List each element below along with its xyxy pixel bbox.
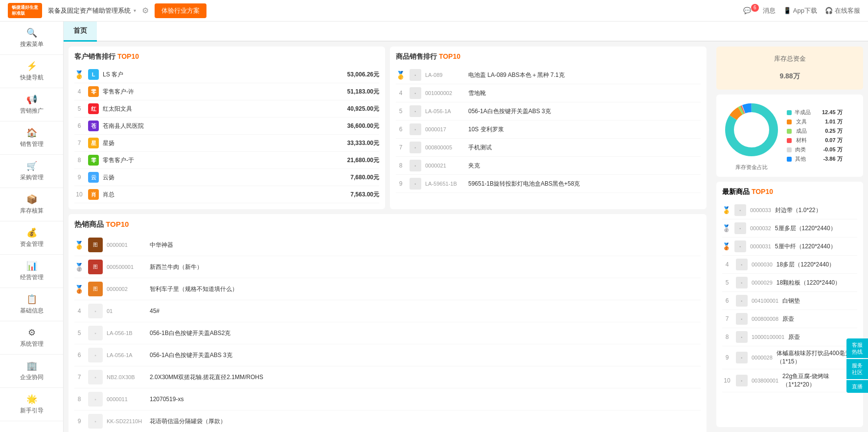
inventory-icon: 📦 xyxy=(26,194,37,205)
rank-amount: 33,333.00元 xyxy=(347,139,379,147)
system-name: 装备及固定资产辅助管理系统 xyxy=(48,6,131,15)
sidebar-item-finance[interactable]: 💰 资金管理 xyxy=(0,221,63,255)
newest-products-list: 🥇 ▪ 0000033 封边带（1.0*22） 🥈 ▪ 0000032 5厘多层… xyxy=(722,201,857,392)
guide-icon: 🌟 xyxy=(26,394,37,405)
product-img: ▪ xyxy=(736,259,748,270)
sidebar-item-quick-nav[interactable]: ⚡ 快捷导航 xyxy=(0,55,63,88)
rank-name: LS 客户 xyxy=(103,71,343,79)
list-item: 5 ▪ LA-056-1B 056-1B白色按键开关盖ABS2克 xyxy=(74,322,701,344)
operations-icon: 📊 xyxy=(26,261,37,271)
online-service-button[interactable]: 🎧 在线客服 xyxy=(825,6,860,15)
table-row: 8 零 零售客户-于 21,680.00元 xyxy=(74,152,379,169)
product-img: ▪ xyxy=(736,331,748,343)
sidebar-item-base-info[interactable]: 📋 基础信息 xyxy=(0,288,63,321)
table-row: 4 零 零售客户-许 51,183.00元 xyxy=(74,83,379,100)
rankings-row: 客户销售排行 TOP10 🥇 L LS 客户 53,006.26元 xyxy=(69,47,707,209)
phone-icon: 📱 xyxy=(783,7,791,14)
sidebar-item-enterprise[interactable]: 🏢 企业协同 xyxy=(0,355,63,388)
float-customer-service[interactable]: 客服热线 xyxy=(846,338,868,359)
sidebar-item-purchase[interactable]: 🛒 采购管理 xyxy=(0,155,63,188)
rank-name: 红太阳文具 xyxy=(103,105,343,113)
medal-silver-icon: 🥈 xyxy=(722,224,731,232)
search-icon: 🔍 xyxy=(26,27,37,38)
float-service: 客服热线 服务社区 直播 xyxy=(846,338,868,393)
product-img: ▪ xyxy=(734,222,746,234)
float-live[interactable]: 直播 xyxy=(846,380,868,393)
rank-amount: 53,006.26元 xyxy=(347,71,379,79)
list-item: 7 ▪ 000800008 原壶 xyxy=(722,310,857,328)
customer-ranking-table: 🥇 L LS 客户 53,006.26元 4 零 零售客户-许 51,183.0… xyxy=(74,66,379,203)
topbar: 畅捷通好生意 标准版 装备及固定资产辅助管理系统 ▾ ⚙ 体验行业方案 💬 6 … xyxy=(0,0,868,22)
tab-home[interactable]: 首页 xyxy=(64,22,97,42)
stock-title: 库存总资金 xyxy=(724,54,855,63)
legend-dot-stationery xyxy=(787,120,792,124)
product-ranking-table: 🥇 ▪ LA-089 电池盖 LA-089 ABS本色＋黑种 7.1克 4 ▪ … xyxy=(396,66,701,193)
list-item: 9 ▪ KK-SD22110H 花语萌信温分隔罐袋（厚款） xyxy=(74,410,701,432)
customer-ranking-card: 客户销售排行 TOP10 🥇 L LS 客户 53,006.26元 xyxy=(69,47,385,209)
table-row: 5 ▪ LA-056-1A 056-1A白色按键开关盖ABS 3克 xyxy=(396,102,701,120)
float-community[interactable]: 服务社区 xyxy=(846,359,868,379)
product-img: ▪ xyxy=(410,105,421,117)
medal-bronze-icon: 🥉 xyxy=(74,285,84,294)
rank-badge: 云 xyxy=(88,172,99,183)
list-item: 🥉 图 0000002 智利车子里（规格不知道填什么） xyxy=(74,278,701,300)
sidebar: 🔍 搜索菜单 ⚡ 快捷导航 📢 营销推广 🏠 销售管理 🛒 采购管理 📦 库存核… xyxy=(0,22,64,432)
page-content: 客户销售排行 TOP10 🥇 L LS 客户 53,006.26元 xyxy=(64,42,868,432)
product-img: ▪ xyxy=(736,277,748,288)
list-item: 7 ▪ NB2.0X30B 2.0X30MM双搓花轴.搓花直径2.1MM/ROH… xyxy=(74,366,701,388)
rank-amount: 7,680.00元 xyxy=(350,173,379,182)
product-thumbnail: ▪ xyxy=(88,304,103,318)
legend-item: 其他 -3.86 万 xyxy=(787,155,843,163)
right-panel: 库存总资金 9.88万 xyxy=(711,42,868,432)
sidebar-item-guide[interactable]: 🌟 新手引导 xyxy=(0,388,63,421)
rank-name: 云扬 xyxy=(103,173,346,182)
legend-dot-other xyxy=(787,157,792,162)
product-thumbnail: ▪ xyxy=(88,370,103,384)
legend-item: 肉类 -0.05 万 xyxy=(787,146,843,153)
rank-name: 零售客户-于 xyxy=(103,156,343,165)
list-item: 6 ▪ 004100001 白钢垫 xyxy=(722,292,857,310)
purchase-icon: 🛒 xyxy=(26,161,37,171)
table-row: 5 红 红太阳文具 40,925.00元 xyxy=(74,100,379,118)
app-download-button[interactable]: 📱 App下载 xyxy=(783,6,817,15)
rank-badge: L xyxy=(88,69,99,80)
quick-nav-icon: ⚡ xyxy=(26,61,37,72)
list-item: 9 ▪ 0000028 体槭嘉核味苏打饮品400毫升（1*15） xyxy=(722,346,857,369)
product-img: ▪ xyxy=(734,204,746,216)
sidebar-item-search[interactable]: 🔍 搜索菜单 xyxy=(0,22,63,55)
system-selector[interactable]: 装备及固定资产辅助管理系统 ▾ xyxy=(48,6,136,15)
rank-name: 肖总 xyxy=(103,191,346,199)
list-item: 4 ▪ 0000030 18多层（1220*2440） xyxy=(722,256,857,274)
sidebar-item-sales[interactable]: 🏠 销售管理 xyxy=(0,121,63,155)
product-thumbnail: 图 xyxy=(88,238,103,252)
list-item: 6 ▪ LA-056-1A 056-1A白色按键开关盖ABS 3克 xyxy=(74,344,701,366)
enterprise-icon: 🏢 xyxy=(26,360,37,371)
medal-silver-icon: 🥈 xyxy=(74,263,84,272)
rank-amount: 51,183.00元 xyxy=(347,88,379,96)
settings-icon[interactable]: ⚙ xyxy=(142,6,149,15)
product-thumbnail: ▪ xyxy=(88,392,103,407)
medal-bronze-icon: 🥉 xyxy=(722,242,731,250)
table-row: 8 ▪ 0000021 夹克 xyxy=(396,157,701,175)
table-row: 9 云 云扬 7,680.00元 xyxy=(74,169,379,186)
message-badge: 6 xyxy=(751,4,759,12)
product-thumbnail: ▪ xyxy=(88,414,103,429)
list-item: 8 ▪ 0000011 12070519-xs xyxy=(74,388,701,410)
sidebar-item-operations[interactable]: 📊 经营管理 xyxy=(0,255,63,288)
table-row: 10 肖 肖总 7,563.00元 xyxy=(74,186,379,203)
product-thumbnail: 图 xyxy=(88,260,103,274)
legend-dot-meat xyxy=(787,147,792,152)
hot-products-card: 热销商品 TOP10 🥇 图 0000001 中华神器 🥈 图 0005000 xyxy=(69,214,707,432)
content-area: 首页 客户销售排行 TOP10 🥇 xyxy=(64,22,868,432)
rank-name: 星扬 xyxy=(103,139,343,147)
product-ranking-card: 商品销售排行 TOP10 🥇 ▪ LA-089 电池盖 LA-089 ABS本色… xyxy=(390,47,707,209)
table-row: 6 苍 苍南县人民医院 36,600.00元 xyxy=(74,118,379,135)
list-item: 🥇 ▪ 0000033 封边带（1.0*22） xyxy=(722,201,857,219)
list-item: 🥇 图 0000001 中华神器 xyxy=(74,234,701,256)
sidebar-item-inventory[interactable]: 📦 库存核算 xyxy=(0,188,63,221)
messages-button[interactable]: 💬 6 消息 xyxy=(743,6,776,15)
stock-amount: 9.88万 xyxy=(724,66,855,82)
sidebar-item-system[interactable]: ⚙ 系统管理 xyxy=(0,321,63,355)
sidebar-item-marketing[interactable]: 📢 营销推广 xyxy=(0,88,63,121)
trial-button[interactable]: 体验行业方案 xyxy=(155,3,206,18)
